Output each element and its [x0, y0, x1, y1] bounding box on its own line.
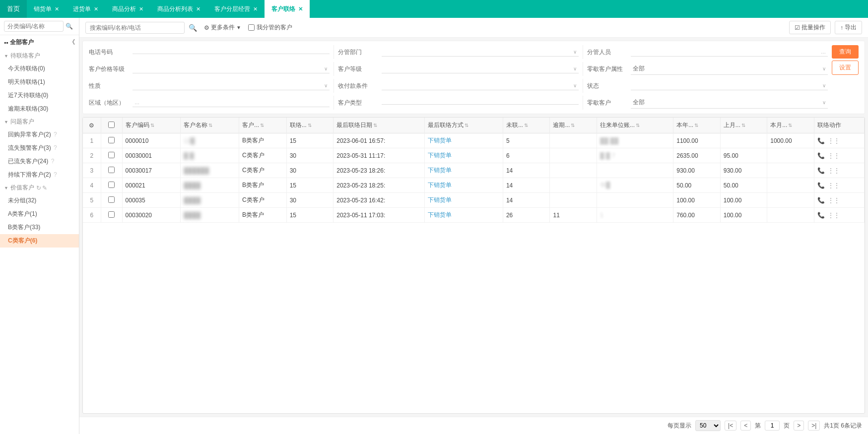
row-last-method[interactable]: 下销货单	[425, 163, 503, 178]
gear-icon[interactable]: ⚙	[89, 122, 94, 129]
export-btn[interactable]: ↑ 导出	[835, 21, 862, 34]
select-all-checkbox[interactable]	[108, 122, 115, 128]
action-more-icon[interactable]: ⋮⋮	[828, 167, 840, 174]
row-last-method[interactable]: 下销货单	[425, 148, 503, 163]
zero-attr-select[interactable]: 全部 ∨	[631, 63, 828, 75]
first-page-btn[interactable]: |<	[725, 421, 736, 431]
action-phone-icon[interactable]: 📞	[817, 137, 825, 144]
settings-btn[interactable]: 设置	[832, 61, 859, 75]
th-checkbox[interactable]	[101, 118, 122, 133]
th-not-contacted[interactable]: 未联...⇅	[503, 118, 550, 133]
dept-select[interactable]: ∨	[382, 48, 579, 57]
row-checkbox[interactable]	[108, 167, 115, 173]
manager-select[interactable]: …	[631, 48, 828, 57]
row-last-method[interactable]: 下销货单	[425, 208, 503, 223]
th-this-month[interactable]: 本月...⇅	[767, 118, 814, 133]
close-analysis-icon[interactable]: ✕	[139, 6, 143, 12]
sidebar-item-week[interactable]: 近7天待联络(0)	[0, 89, 79, 102]
row-checkbox[interactable]	[108, 152, 115, 158]
sort-balance-icon[interactable]: ⇅	[636, 123, 640, 128]
sidebar-search-input[interactable]	[4, 21, 64, 32]
row-last-method[interactable]: 下销货单	[425, 193, 503, 208]
sidebar-item-continuous-decline[interactable]: 持续下滑客户(2) ?	[0, 168, 79, 182]
nav-home[interactable]: 首页	[0, 0, 27, 18]
ctype-select[interactable]	[382, 101, 579, 105]
th-this-year[interactable]: 本年...⇅	[673, 118, 721, 133]
row-checkbox[interactable]	[108, 211, 115, 218]
page-input[interactable]	[765, 421, 780, 431]
sidebar-item-lost[interactable]: 已流失客户(24) ?	[0, 155, 79, 168]
nav-customer-tier[interactable]: 客户分层经营 ✕	[207, 0, 265, 18]
per-page-select[interactable]: 50 100	[695, 420, 721, 431]
my-customers-checkbox[interactable]	[248, 24, 255, 31]
sidebar-all-customers[interactable]: ▪▪ 全部客户 《	[0, 35, 79, 50]
action-phone-icon[interactable]: 📞	[817, 182, 825, 189]
last-page-btn[interactable]: >|	[808, 421, 820, 431]
action-phone-icon[interactable]: 📞	[817, 152, 825, 159]
close-customer-contact-icon[interactable]: ✕	[298, 6, 303, 12]
th-unit-balance[interactable]: 往来单位账...⇅	[597, 118, 673, 133]
search-btn[interactable]: 🔍	[189, 24, 197, 32]
price-select[interactable]: ∨	[133, 64, 330, 73]
collapse-all-icon[interactable]: 《	[69, 38, 75, 47]
sidebar-search-icon[interactable]: 🔍	[66, 23, 73, 30]
prev-page-btn[interactable]: <	[740, 421, 751, 431]
row-checkbox[interactable]	[108, 196, 115, 203]
sort-date-icon[interactable]: ⇅	[373, 123, 377, 128]
sidebar-group-pending[interactable]: 待联络客户	[0, 50, 79, 62]
row-last-method[interactable]: 下销货单	[425, 133, 503, 148]
next-page-btn[interactable]: >	[794, 421, 804, 431]
row-checkbox-cell[interactable]	[101, 148, 122, 163]
th-name[interactable]: 客户名称⇅	[181, 118, 239, 133]
sidebar-group-problem[interactable]: 问题客户	[0, 116, 79, 128]
th-contact[interactable]: 联络...⇅	[286, 118, 334, 133]
action-more-icon[interactable]: ⋮⋮	[828, 137, 840, 144]
sort-code-icon[interactable]: ⇅	[150, 123, 154, 128]
action-more-icon[interactable]: ⋮⋮	[828, 182, 840, 189]
search-input[interactable]	[85, 22, 185, 34]
sort-not-contacted-icon[interactable]: ⇅	[524, 123, 528, 128]
close-sales-icon[interactable]: ✕	[55, 6, 59, 12]
row-checkbox-cell[interactable]	[101, 133, 122, 148]
close-customer-tier-icon[interactable]: ✕	[253, 6, 258, 12]
nav-analysis-list[interactable]: 商品分析列表 ✕	[150, 0, 207, 18]
sidebar-item-c-class[interactable]: C类客户(6)	[0, 234, 79, 248]
sort-class-icon[interactable]: ⇅	[260, 123, 264, 128]
region-select[interactable]: …	[133, 98, 330, 107]
row-checkbox-cell[interactable]	[101, 178, 122, 193]
sidebar-item-b-class[interactable]: B类客户(33)	[0, 221, 79, 234]
action-phone-icon[interactable]: 📞	[817, 212, 825, 219]
th-last-date[interactable]: 最后联络日期⇅	[334, 118, 425, 133]
sidebar-item-lost-warning[interactable]: 流失预警客户(3) ?	[0, 141, 79, 155]
more-conditions-btn[interactable]: ⚙ 更多条件 ▼	[201, 22, 244, 33]
sidebar-item-today[interactable]: 今天待联络(0)	[0, 62, 79, 75]
sidebar-item-ungrouped[interactable]: 未分组(32)	[0, 194, 79, 207]
status-select[interactable]: ∨	[631, 81, 828, 90]
sidebar-item-repurchase-abnormal[interactable]: 回购异常客户(2) ?	[0, 128, 79, 141]
th-overdue[interactable]: 逾期...⇅	[550, 118, 597, 133]
action-more-icon[interactable]: ⋮⋮	[828, 197, 840, 204]
nav-customer-contact[interactable]: 客户联络 ✕	[265, 0, 310, 18]
row-checkbox[interactable]	[108, 182, 115, 188]
sort-method-icon[interactable]: ⇅	[465, 123, 468, 128]
sort-last-month-icon[interactable]: ⇅	[741, 123, 745, 128]
nav-analysis[interactable]: 商品分析 ✕	[105, 0, 150, 18]
sidebar-item-overdue[interactable]: 逾期未联络(30)	[0, 102, 79, 116]
sidebar-item-tomorrow[interactable]: 明天待联络(1)	[0, 75, 79, 89]
sort-name-icon[interactable]: ⇅	[208, 123, 212, 128]
refresh-icon[interactable]: ↻	[36, 185, 41, 191]
phone-input[interactable]	[133, 51, 330, 54]
batch-op-btn[interactable]: ☑ 批量操作	[789, 21, 831, 34]
sort-contact-icon[interactable]: ⇅	[308, 123, 312, 128]
nav-sales[interactable]: 销货单 ✕	[27, 0, 66, 18]
sort-overdue-icon[interactable]: ⇅	[571, 123, 575, 128]
th-last-month[interactable]: 上月...⇅	[720, 118, 767, 133]
sidebar-item-a-class[interactable]: A类客户(1)	[0, 207, 79, 221]
action-phone-icon[interactable]: 📞	[817, 167, 825, 174]
row-checkbox-cell[interactable]	[101, 208, 122, 223]
action-phone-icon[interactable]: 📞	[817, 197, 825, 204]
nature-select[interactable]: ∨	[133, 81, 330, 90]
zero-select[interactable]: 全部 ∨	[631, 97, 828, 109]
th-last-method[interactable]: 最后联络方式⇅	[425, 118, 503, 133]
action-more-icon[interactable]: ⋮⋮	[828, 212, 840, 219]
